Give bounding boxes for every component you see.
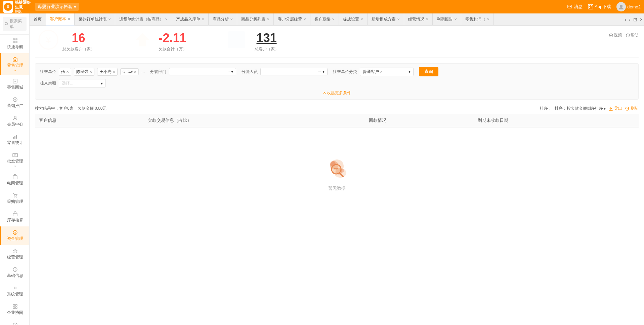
sidebar-item-capital[interactable]: ¥ 资金管理 bbox=[0, 226, 29, 245]
filter-balance-select[interactable]: 选择... ▾ bbox=[59, 79, 106, 87]
tab-business-status[interactable]: 经营情况 ✕ bbox=[404, 13, 433, 26]
sort-select[interactable]: 排序：按欠款金额倒序排序 ▾ bbox=[555, 106, 606, 111]
filter-category-tag[interactable]: 普通客户 ✕ bbox=[363, 69, 383, 75]
tab-close-new-promotion-plan[interactable]: ✕ bbox=[397, 17, 400, 21]
app-download-btn[interactable]: App下载 bbox=[588, 4, 611, 10]
export-btn[interactable]: 导出 bbox=[608, 106, 622, 111]
filter-person-select[interactable]: ··· ▾ bbox=[260, 68, 328, 75]
tab-prev-btn[interactable]: ‹ bbox=[623, 17, 628, 22]
svg-point-23 bbox=[14, 197, 15, 197]
svg-rect-6 bbox=[589, 7, 590, 8]
help-btn[interactable]: ? 帮助 bbox=[626, 32, 639, 38]
tab-customer-contacts[interactable]: 客户联络 ✕ bbox=[310, 13, 339, 26]
collapse-filter-btn[interactable]: 收起更多条件 bbox=[323, 90, 351, 96]
tab-customer-accounts[interactable]: 客户账本 ✕ bbox=[46, 13, 75, 26]
svg-rect-32 bbox=[15, 304, 17, 306]
tab-close-cost-inbound[interactable]: ✕ bbox=[202, 17, 204, 21]
sidebar-item-ecom[interactable]: 电商管理 bbox=[0, 171, 29, 189]
filter-tag-chen-close[interactable]: ✕ bbox=[89, 70, 92, 74]
svg-rect-18 bbox=[13, 137, 14, 139]
tab-close-customer-segment[interactable]: ✕ bbox=[303, 17, 306, 21]
refresh-btn[interactable]: 刷新 bbox=[625, 106, 639, 111]
message-btn[interactable]: 消息 bbox=[567, 4, 583, 10]
tab-close-customer-accounts[interactable]: ✕ bbox=[68, 17, 70, 21]
tab-profit-report[interactable]: 利润报告 ✕ bbox=[433, 13, 461, 26]
tab-home[interactable]: 首页 bbox=[30, 13, 46, 26]
tab-product-analysis-list[interactable]: 商品分析列表 ✕ bbox=[237, 13, 274, 26]
tab-close-business-status[interactable]: ✕ bbox=[426, 17, 428, 21]
sidebar-item-member[interactable]: 会员中心 bbox=[0, 112, 29, 131]
sidebar-item-basic-info[interactable]: i 基础信息 bbox=[0, 263, 29, 282]
tab-cost-inbound[interactable]: 产成品入库单 ✕ bbox=[172, 13, 209, 26]
tab-customer-segment[interactable]: 客户分层经营 ✕ bbox=[274, 13, 310, 26]
video-help-btn[interactable]: 视频 bbox=[609, 32, 622, 38]
svg-rect-47 bbox=[239, 33, 242, 45]
sidebar-item-enterprise[interactable]: 企业协同 bbox=[0, 300, 29, 319]
filter-tag-wang[interactable]: 王小亮 ✕ bbox=[97, 68, 118, 76]
svg-rect-21 bbox=[13, 153, 17, 157]
tab-close-profit-report[interactable]: ✕ bbox=[454, 17, 457, 21]
filter-category-select[interactable]: 普通客户 ✕ ▾ bbox=[360, 68, 414, 76]
tab-close-purchase-stats[interactable]: ✕ bbox=[165, 17, 168, 21]
stat-label-debt-amount: 欠款合计（万） bbox=[159, 46, 187, 52]
tab-new-promotion-plan[interactable]: 新增提成方案 ✕ bbox=[368, 13, 404, 26]
filter-category-close[interactable]: ✕ bbox=[380, 70, 383, 74]
sidebar-item-retail-mgmt[interactable]: 零售管理 bbox=[0, 53, 29, 75]
sidebar-item-marketing[interactable]: 营销推广 bbox=[0, 94, 29, 112]
stat-value-debt-amount: -2.11 bbox=[159, 31, 186, 45]
chevron-down-icon-sort: ▾ bbox=[604, 106, 606, 111]
app-logo: ¥ 畅捷通好生意 标版 bbox=[3, 0, 33, 13]
tab-retail-profit[interactable]: 零售利润（ ✕ bbox=[461, 13, 494, 26]
sidebar-item-quick-nav[interactable]: 快捷导航 bbox=[0, 35, 29, 53]
tab-close-product-analysis-list[interactable]: ✕ bbox=[267, 17, 269, 21]
tab-product-analysis[interactable]: 商品分析 ✕ bbox=[209, 13, 237, 26]
sidebar-item-ops-mgmt[interactable]: 经营管理 bbox=[0, 245, 29, 263]
account-selector[interactable]: 母婴行业演示帐套 ▾ bbox=[35, 3, 79, 11]
filter-label-category: 往来单位分类 bbox=[333, 69, 357, 75]
data-table: 客户信息 欠款交易信息（占比） 回款情况 到期未收款日期 bbox=[35, 114, 639, 128]
tab-close-product-analysis[interactable]: ✕ bbox=[230, 17, 233, 21]
filter-dept-select[interactable]: ··· ▾ bbox=[169, 68, 236, 75]
sidebar-item-retail-mall[interactable]: 零售商城 bbox=[0, 75, 29, 94]
filter-tag-cjttcw[interactable]: cjttcw ✕ bbox=[120, 68, 139, 75]
tab-promotion-settings[interactable]: 提成设置 ✕ bbox=[339, 13, 368, 26]
empty-text: 暂无数据 bbox=[328, 185, 346, 191]
svg-rect-19 bbox=[14, 136, 15, 139]
result-bar: 搜索结果中，客户0家 欠款金额 0.00元 排序： 排序：按欠款金额倒序排序 ▾… bbox=[35, 103, 639, 114]
tab-next-btn[interactable]: › bbox=[628, 17, 632, 22]
tab-maximize-btn[interactable]: ⊡ bbox=[632, 17, 639, 22]
filter-label-balance: 往来余额 bbox=[40, 80, 56, 86]
svg-text:?: ? bbox=[627, 34, 629, 37]
sidebar-item-purchase[interactable]: 采购管理 bbox=[0, 189, 29, 208]
sidebar-item-retail-stats[interactable]: 零售统计 bbox=[0, 131, 29, 149]
sort-label: 排序： bbox=[540, 106, 552, 111]
tab-close-customer-contacts[interactable]: ✕ bbox=[332, 17, 335, 21]
stats-row: ¥ 16 总欠款客户（家） -2.11 欠款合计（万） bbox=[35, 31, 639, 58]
tab-close-retail-profit[interactable]: ✕ bbox=[487, 17, 489, 21]
tab-purchase-stats-by-product[interactable]: 进货单统计表（按商品） ✕ bbox=[115, 13, 172, 26]
filter-label-unit: 往来单位 bbox=[40, 69, 56, 75]
filter-tag-wu[interactable]: 伍 ✕ bbox=[59, 68, 71, 76]
tab-minimize-btn[interactable]: × bbox=[639, 17, 644, 22]
filter-tag-cjttcw-close[interactable]: ✕ bbox=[134, 70, 136, 74]
sidebar-item-inventory[interactable]: 库存核算 bbox=[0, 208, 29, 226]
sidebar-item-batch-mgmt[interactable]: 批发管理 bbox=[0, 149, 29, 171]
tab-close-promotion-settings[interactable]: ✕ bbox=[360, 17, 363, 21]
svg-rect-33 bbox=[13, 307, 15, 309]
user-menu[interactable]: demo2 bbox=[616, 2, 641, 11]
filter-more-btn[interactable]: ... bbox=[141, 69, 145, 74]
svg-text:¥: ¥ bbox=[14, 231, 16, 234]
filter-label-dept: 分管部门 bbox=[150, 69, 166, 75]
tab-close-purchase-order-stats[interactable]: ✕ bbox=[108, 17, 111, 21]
col-debt-info: 欠款交易信息（占比） bbox=[144, 114, 364, 127]
page-content: ¥ 16 总欠款客户（家） -2.11 欠款合计（万） bbox=[30, 26, 644, 325]
sidebar-item-sys-mgmt[interactable]: 系统管理 bbox=[0, 282, 29, 300]
sidebar-item-new-guide[interactable]: 新手引导 bbox=[0, 319, 29, 325]
tab-purchase-order-stats[interactable]: 采购订单统计表 ✕ bbox=[75, 13, 115, 26]
query-btn[interactable]: 查询 bbox=[419, 67, 438, 76]
filter-tag-chen[interactable]: 陈民强 ✕ bbox=[74, 68, 94, 76]
filter-tag-wang-close[interactable]: ✕ bbox=[113, 70, 115, 74]
filter-tag-wu-close[interactable]: ✕ bbox=[66, 70, 69, 74]
search-menu-btn[interactable]: 搜索菜单 bbox=[0, 13, 29, 35]
stat-total-debt-amount: -2.11 欠款合计（万） bbox=[129, 31, 223, 52]
